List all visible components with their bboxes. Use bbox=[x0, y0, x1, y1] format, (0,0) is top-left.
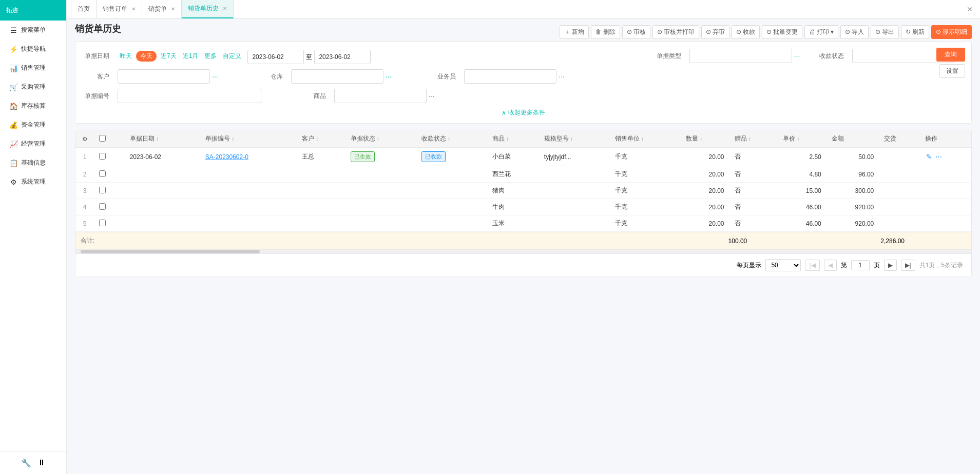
horizontal-scrollbar[interactable] bbox=[75, 249, 971, 253]
row4-docno bbox=[200, 199, 297, 215]
sidebar-item-finance[interactable]: 💰 资金管理 bbox=[0, 115, 66, 134]
tab-home[interactable]: 首页 bbox=[71, 0, 97, 18]
print-button[interactable]: 🖨 打印 ▾ bbox=[804, 25, 838, 39]
shortcut-today[interactable]: 今天 bbox=[136, 51, 157, 62]
col-price: 单价 ↕ bbox=[778, 130, 827, 148]
sidebar-bottom-icon1[interactable]: 🔧 bbox=[21, 458, 31, 468]
refresh-button[interactable]: ↻ 刷新 bbox=[901, 25, 929, 39]
col-gear[interactable]: ⚙ bbox=[75, 130, 94, 148]
audit-print-button[interactable]: ⊙ 审核并打印 bbox=[652, 25, 699, 39]
settings-button[interactable]: 设置 bbox=[939, 64, 965, 78]
sort-customer-icon[interactable]: ↕ bbox=[316, 136, 318, 142]
content-area: 查询 设置 单据日期 昨天 今天 近7天 近1月 更多 自定义 bbox=[67, 41, 980, 474]
sidebar-item-basic-info[interactable]: 📋 基础信息 bbox=[0, 153, 66, 172]
shortcut-custom[interactable]: 自定义 bbox=[221, 51, 243, 62]
audit-print-icon: ⊙ bbox=[657, 28, 662, 35]
footer-amount-total: 2,286.00 bbox=[880, 238, 905, 245]
audit-button[interactable]: ⊙ 审核 bbox=[622, 25, 650, 39]
staff-input[interactable] bbox=[464, 69, 556, 84]
scrollbar-thumb[interactable] bbox=[81, 250, 260, 253]
sort-qty-icon[interactable]: ↕ bbox=[700, 136, 702, 142]
warehouse-input[interactable] bbox=[291, 69, 383, 84]
row3-qty: 20.00 bbox=[681, 183, 729, 199]
batch-change-button[interactable]: ⊙ 批量变更 bbox=[762, 25, 802, 39]
page-prev-btn[interactable]: ◀ bbox=[824, 260, 837, 271]
row1-docno[interactable]: SA-20230602-0 bbox=[200, 148, 297, 166]
add-button[interactable]: ＋ 新增 bbox=[560, 25, 589, 39]
sidebar-item-operations[interactable]: 📈 经营管理 bbox=[0, 134, 66, 153]
shortcut-more[interactable]: 更多 bbox=[202, 51, 219, 62]
shortcut-1month[interactable]: 近1月 bbox=[181, 51, 201, 62]
page-first-btn[interactable]: |◀ bbox=[805, 260, 819, 271]
page-next-btn[interactable]: ▶ bbox=[884, 260, 897, 271]
filter-row-1: 单据日期 昨天 今天 近7天 近1月 更多 自定义 bbox=[84, 48, 963, 64]
export-button[interactable]: ⊙ 导出 bbox=[871, 25, 899, 39]
customer-input[interactable] bbox=[118, 69, 210, 84]
row1-more-btn[interactable]: ⋯ bbox=[935, 153, 942, 161]
sort-goods-icon[interactable]: ↕ bbox=[506, 136, 509, 142]
tab-sales-order-close[interactable]: ✕ bbox=[131, 6, 136, 12]
tab-sales-history[interactable]: 销货单历史 ✕ bbox=[182, 0, 234, 18]
table-row: 5 玉米 千克 20.00 否 46.00 bbox=[75, 215, 971, 232]
select-all-checkbox[interactable] bbox=[99, 135, 106, 142]
row2-checkbox[interactable] bbox=[99, 170, 106, 177]
quick-nav-icon: ⚡ bbox=[9, 45, 18, 53]
warehouse-dots[interactable]: ··· bbox=[386, 72, 392, 81]
row1-checkbox[interactable] bbox=[99, 153, 106, 160]
tab-bar-close[interactable]: ✕ bbox=[964, 5, 976, 13]
sort-unit-icon[interactable]: ↕ bbox=[641, 136, 644, 142]
tab-sales-delivery[interactable]: 销货单 ✕ bbox=[142, 0, 182, 18]
date-to-input[interactable] bbox=[314, 50, 371, 64]
tab-sales-history-close[interactable]: ✕ bbox=[223, 6, 227, 11]
show-detail-button[interactable]: ⊙ 显示明细 bbox=[931, 25, 972, 39]
row2-unit: 千克 bbox=[610, 166, 681, 183]
shortcut-yesterday[interactable]: 昨天 bbox=[118, 51, 134, 62]
sort-gift-icon[interactable]: ↕ bbox=[748, 136, 751, 142]
shortcut-7days[interactable]: 近7天 bbox=[159, 51, 179, 62]
tab-sales-order[interactable]: 销售订单 ✕ bbox=[97, 0, 142, 18]
sidebar-item-quick-nav[interactable]: ⚡ 快捷导航 bbox=[0, 40, 66, 58]
sidebar-item-search-menu[interactable]: ☰ 搜索菜单 bbox=[0, 21, 66, 40]
doc-type-input[interactable] bbox=[689, 49, 792, 63]
abandon-button[interactable]: ⊙ 弃审 bbox=[701, 25, 729, 39]
search-menu-icon: ☰ bbox=[9, 26, 18, 34]
sort-docstatus-icon[interactable]: ↕ bbox=[377, 136, 379, 142]
sort-price-icon[interactable]: ↕ bbox=[797, 136, 799, 142]
sidebar-item-purchase-mgmt[interactable]: 🛒 采购管理 bbox=[0, 77, 66, 96]
goods-input[interactable] bbox=[334, 89, 427, 103]
import-button[interactable]: ⊙ 导入 bbox=[840, 25, 869, 39]
collect-button[interactable]: ⊙ 收款 bbox=[732, 25, 760, 39]
row5-checkbox[interactable] bbox=[99, 220, 106, 226]
sort-paymentstatus-icon[interactable]: ↕ bbox=[448, 136, 450, 142]
staff-dots[interactable]: ··· bbox=[559, 72, 565, 81]
row2-goods: 西兰花 bbox=[487, 166, 539, 183]
page-last-btn[interactable]: ▶| bbox=[901, 260, 915, 271]
row4-checkbox[interactable] bbox=[99, 203, 106, 210]
doc-no-input[interactable] bbox=[118, 89, 261, 103]
row4-gift: 否 bbox=[729, 199, 778, 215]
query-button[interactable]: 查询 bbox=[936, 48, 965, 62]
sort-date-icon[interactable]: ↕ bbox=[156, 136, 159, 142]
page-input[interactable] bbox=[851, 260, 870, 270]
sort-docno-icon[interactable]: ↕ bbox=[232, 136, 234, 142]
sidebar-item-sales-mgmt[interactable]: 📊 销售管理 bbox=[0, 58, 66, 77]
tab-sales-delivery-close[interactable]: ✕ bbox=[171, 6, 175, 12]
sort-spec-icon[interactable]: ↕ bbox=[570, 136, 573, 142]
per-page-select[interactable]: 50 10 20 100 bbox=[765, 259, 801, 271]
row5-trade bbox=[879, 215, 920, 232]
date-from-input[interactable] bbox=[247, 50, 304, 64]
add-icon: ＋ bbox=[564, 28, 570, 36]
sidebar-bottom-icon2[interactable]: ⏸ bbox=[37, 458, 46, 468]
goods-dots[interactable]: ··· bbox=[429, 92, 435, 100]
row3-checkbox[interactable] bbox=[99, 187, 106, 193]
collapse-button[interactable]: ∧ 收起更多条件 bbox=[84, 108, 963, 117]
doc-type-dots[interactable]: ··· bbox=[794, 52, 800, 60]
sidebar-item-system-mgmt[interactable]: ⚙ 系统管理 bbox=[0, 172, 66, 191]
footer-qty-total: 100.00 bbox=[706, 238, 747, 245]
row2-paymentstatus bbox=[416, 166, 487, 183]
row1-edit-btn[interactable]: ✎ bbox=[926, 153, 932, 161]
customer-dots[interactable]: ··· bbox=[212, 72, 218, 81]
delete-button[interactable]: 🗑 删除 bbox=[591, 25, 620, 39]
row4-unit: 千克 bbox=[610, 199, 681, 215]
sidebar-item-inventory[interactable]: 🏠 库存核算 bbox=[0, 96, 66, 115]
